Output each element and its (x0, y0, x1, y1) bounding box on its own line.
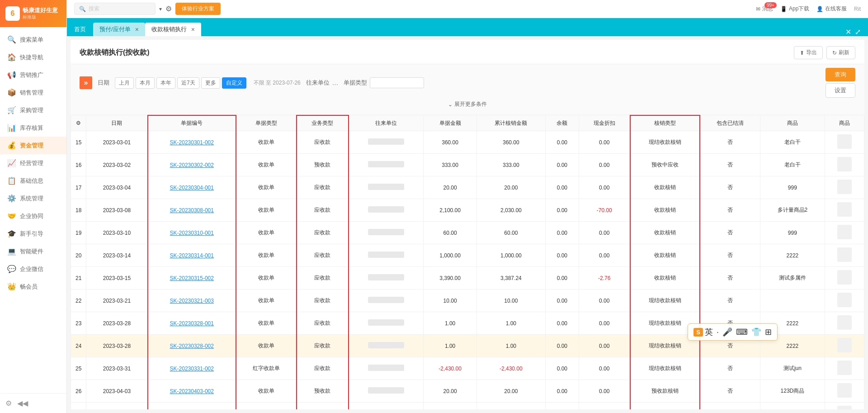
tab-receivable[interactable]: 收款核销执行 × (145, 23, 201, 36)
message-btn[interactable]: ✉ 消息 99+ (756, 5, 773, 13)
more-date-btn[interactable]: 更多 (201, 77, 220, 89)
watermark-mic-icon[interactable]: 🎤 (722, 327, 732, 337)
date-range-display: 不限 至 2023-07-26 (254, 79, 301, 87)
watermark-grid-icon[interactable]: ⊞ (765, 327, 772, 337)
topbar-left: 🔍 搜索 ▾ ⚙ 体验行业方案 (74, 3, 221, 15)
custom-date-btn[interactable]: 自定义 (222, 77, 246, 89)
sidebar-item-inventory[interactable]: 📊库存核算 (0, 119, 66, 137)
tab-payable-close[interactable]: × (135, 26, 139, 33)
cell-include-settled: 否 (700, 131, 760, 154)
sidebar-item-quicknav[interactable]: 🏠快捷导航 (0, 48, 66, 66)
industry-btn[interactable]: 体验行业方案 (175, 3, 221, 15)
sidebar-label-quicknav: 快捷导航 (20, 53, 43, 62)
filter-collapse-btn[interactable]: » (80, 76, 92, 89)
cell-date: 2023-03-28 (86, 312, 148, 335)
cell-cash-discount: 0.00 (579, 176, 630, 199)
refresh-btn[interactable]: ↻ 刷新 (826, 46, 855, 59)
cell-date: 2023-03-28 (86, 335, 148, 357)
cell-amount: 360.00 (424, 131, 476, 154)
cell-partner (349, 380, 424, 403)
doc-no-link[interactable]: SK-20230310-001 (170, 230, 214, 236)
window-maximize-icon[interactable]: ⤢ (855, 28, 861, 36)
doc-no-link[interactable]: SK-20230328-001 (170, 320, 214, 327)
cell-doc-type: 收款单 (236, 380, 297, 403)
sidebar-item-purchase[interactable]: 🛒采购管理 (0, 101, 66, 119)
cell-partner (349, 222, 424, 244)
cell-cash-discount: 0.00 (579, 154, 630, 176)
doc-no-link[interactable]: SK-20230321-003 (170, 298, 214, 304)
cell-doc-no: SK-20230403-002 (148, 380, 236, 403)
sidebar-item-sales[interactable]: 📦销售管理 (0, 84, 66, 101)
doc-no-link[interactable]: SK-20230331-002 (170, 366, 214, 372)
sidebar-item-guide[interactable]: 🎓新手引导 (0, 225, 66, 242)
col-balance: 余额 (545, 115, 579, 131)
doc-no-link[interactable]: SK-20230308-001 (170, 207, 214, 214)
cell-biz-type: 预收款 (297, 154, 349, 176)
doc-no-link[interactable]: SK-20230304-001 (170, 185, 214, 191)
cell-no: 25 (71, 357, 86, 380)
sidebar-item-marketing[interactable]: 📢营销推广 (0, 66, 66, 84)
doc-no-link[interactable]: SK-20230315-002 (170, 275, 214, 281)
query-btn[interactable]: 查询 (826, 68, 855, 81)
sidebar-item-search[interactable]: 🔍搜索菜单 (0, 31, 66, 48)
doc-no-link[interactable]: SK-20230314-001 (170, 252, 214, 259)
cell-goods: 测试多属件 (760, 267, 825, 290)
tab-payable[interactable]: 预付/应付单 × (93, 23, 145, 36)
cell-date: 2023-04-03 (86, 380, 148, 403)
sidebar-label-wechat: 企业微信 (20, 265, 43, 273)
tab-home[interactable]: 首页 (67, 23, 93, 36)
sidebar-item-wechat[interactable]: 💬企业微信 (0, 260, 66, 278)
doc-no-link[interactable]: SK-20230328-002 (170, 343, 214, 349)
sidebar-item-hardware[interactable]: 💻智能硬件 (0, 242, 66, 260)
setting-btn[interactable]: 设置 (826, 83, 855, 98)
topbar-search[interactable]: 🔍 搜索 (74, 3, 156, 15)
sidebar-item-system[interactable]: ⚙️系统管理 (0, 190, 66, 207)
window-close-icon[interactable]: ✕ (845, 28, 851, 36)
app-download-btn[interactable]: 📱 App下载 (780, 5, 809, 13)
message-icon: ✉ (756, 6, 760, 12)
tab-payable-label: 预付/应付单 (99, 25, 131, 33)
cell-amount: 1,000.00 (424, 244, 476, 267)
filter-actions: 查询 设置 (826, 68, 855, 98)
last-7days-btn[interactable]: 近7天 (177, 77, 199, 89)
settings-icon[interactable]: ⚙ (5, 399, 12, 408)
cell-biz-type: 应收款 (297, 222, 349, 244)
watermark-text: 英 (705, 327, 713, 337)
collapse-icon[interactable]: ◀◀ (17, 399, 28, 408)
sidebar-item-enterprise[interactable]: 🤝企业协同 (0, 207, 66, 225)
sidebar-item-member[interactable]: 👑畅会员 (0, 278, 66, 295)
doc-no-link[interactable]: SK-20230302-002 (170, 162, 214, 168)
watermark-keyboard-icon[interactable]: ⌨ (736, 327, 748, 337)
col-cum-writeoff: 累计核销金额 (476, 115, 545, 131)
doc-no-link[interactable]: SK-20230301-002 (170, 139, 214, 146)
export-label: 导出 (806, 49, 817, 57)
cell-doc-type: 收款单 (236, 131, 297, 154)
partner-input[interactable]: ... (332, 79, 338, 87)
cell-partner (349, 199, 424, 222)
expand-more-btn[interactable]: ⌄ 展开更多条件 (80, 100, 855, 108)
cell-goods2 (825, 380, 864, 403)
export-btn[interactable]: ⬆ 导出 (794, 46, 823, 59)
col-settings[interactable]: ⚙ (71, 115, 86, 131)
tabbar: 首页 预付/应付单 × 收款核销执行 × ✕ ⤢ (67, 18, 868, 36)
topbar-settings-icon[interactable]: ⚙ (165, 5, 172, 13)
cell-goods2 (825, 176, 864, 199)
cell-writeoff-type: 收款核销 (630, 244, 700, 267)
receipt-type-select[interactable] (370, 77, 424, 88)
table-row: 25 2023-03-31 SK-20230331-002 红字收款单 应收款 … (71, 357, 864, 380)
service-btn[interactable]: 👤 在线客服 (816, 5, 847, 13)
last-month-btn[interactable]: 上月 (115, 77, 134, 89)
this-year-btn[interactable]: 本年 (156, 77, 175, 89)
topbar-dropdown[interactable]: ▾ (159, 6, 162, 12)
tab-receivable-close[interactable]: × (191, 26, 195, 33)
cell-doc-no: SK-20230321-003 (148, 290, 236, 312)
watermark-shirt-icon[interactable]: 👕 (751, 327, 761, 337)
sidebar-item-finance[interactable]: 💰资金管理 (0, 137, 66, 154)
doc-no-link[interactable]: SK-20230403-002 (170, 388, 214, 394)
sidebar-item-basic[interactable]: 📋基础信息 (0, 172, 66, 190)
sidebar-item-operations[interactable]: 📈经营管理 (0, 154, 66, 172)
cell-amount: -2,430.00 (424, 357, 476, 380)
this-month-btn[interactable]: 本月 (136, 77, 155, 89)
cell-cash-discount: 0.00 (579, 312, 630, 335)
cell-amount: 2,100.00 (424, 199, 476, 222)
